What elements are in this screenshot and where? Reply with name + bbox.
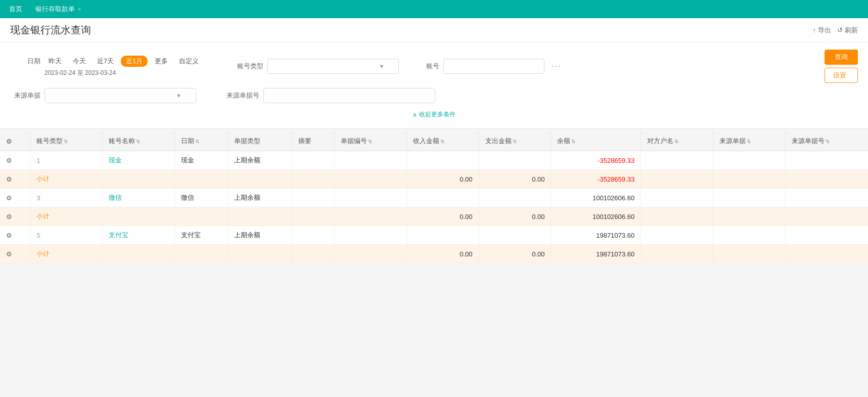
refresh-link[interactable]: ↺ 刷新 — [837, 26, 858, 35]
page-header: 现金银行流水查询 ↑ 导出 ↺ 刷新 — [0, 18, 868, 42]
cell-gear: ⚙ — [0, 151, 30, 170]
sort-icon: ⇅ — [747, 139, 751, 144]
more-dots-icon[interactable]: ··· — [552, 62, 561, 71]
account-input[interactable] — [443, 59, 544, 74]
account-type-label: 账号类型 — [233, 62, 263, 71]
close-icon[interactable]: × — [78, 6, 81, 12]
cell-expense: 0.00 — [479, 207, 551, 226]
table-col-doc_type: 单据类型 — [228, 131, 292, 151]
table-col-balance[interactable]: 余额⇅ — [551, 131, 641, 151]
settings-icon[interactable]: ⚙ — [6, 213, 12, 220]
date-option[interactable]: 昨天 — [44, 56, 66, 67]
cell-income: 0.00 — [406, 207, 479, 226]
cell-account_type: 3 — [30, 189, 103, 207]
cell-gear: ⚙ — [0, 226, 30, 245]
table-row: ⚙小计0.000.00-3528659.33 — [0, 170, 868, 189]
date-option[interactable]: 今天 — [69, 56, 90, 67]
cell-doc_no — [334, 226, 406, 245]
cell-date: 现金 — [175, 151, 228, 170]
cell-source_doc_no — [785, 151, 868, 170]
filter-area: 日期 昨天今天近7天近1月更多自定义 2023-02-24 至 2023-03-… — [0, 42, 868, 128]
table-row: ⚙1现金现金上期余额-3528659.33 — [0, 151, 868, 170]
settings-button[interactable]: 设置 — [825, 68, 858, 83]
collapse-bar[interactable]: ∧ 收起更多条件 — [10, 108, 858, 121]
cell-source_doc — [713, 207, 786, 226]
query-button[interactable]: 查询 — [825, 50, 858, 65]
settings-icon[interactable]: ⚙ — [6, 175, 12, 183]
table-row: ⚙小计0.000.00100102606.60 — [0, 207, 868, 226]
table-row: ⚙5支付宝支付宝上期余额19871073.60 — [0, 226, 868, 245]
table-col-source_doc[interactable]: 来源单据⇅ — [713, 131, 786, 151]
cell-income: 0.00 — [406, 170, 479, 189]
sort-icon: ⇅ — [64, 139, 68, 144]
row-num: 1 — [36, 157, 40, 164]
table-col-expense[interactable]: 支出金额⇅ — [479, 131, 551, 151]
cell-counterpart — [641, 245, 713, 263]
cell-doc_type: 上期余额 — [228, 151, 292, 170]
nav-tab-label: 银行存取款单 — [35, 5, 75, 14]
settings-icon[interactable]: ⚙ — [6, 157, 12, 164]
cell-summary — [292, 189, 334, 207]
sort-icon: ⇅ — [136, 139, 140, 144]
table-row: ⚙小计0.000.0019871073.60 — [0, 245, 868, 263]
export-link[interactable]: ↑ 导出 — [813, 26, 832, 35]
cell-income — [406, 226, 479, 245]
table-col-account_name[interactable]: 账号名称⇅ — [103, 131, 175, 151]
nav-home[interactable]: 首页 — [2, 0, 29, 18]
cell-account_type: 小计 — [30, 245, 103, 263]
table-col-account_type[interactable]: 账号类型⇅ — [30, 131, 103, 151]
cell-expense — [479, 151, 551, 170]
account-type-select[interactable]: ▼ — [267, 59, 399, 74]
table-col-source_doc_no[interactable]: 来源单据号⇅ — [785, 131, 868, 151]
date-range: 2023-02-24 至 2023-03-24 — [44, 69, 116, 76]
export-icon: ↑ — [813, 26, 816, 34]
cell-expense — [479, 226, 551, 245]
cell-doc_no — [334, 207, 406, 226]
date-filter-group: 日期 昨天今天近7天近1月更多自定义 2023-02-24 至 2023-03-… — [10, 56, 203, 77]
nav-tabs: 收款单×付款单×其他收入单×应收应付调整单×银行存取款单×预收冲应收单×收款核销… — [29, 0, 100, 18]
settings-icon[interactable]: ⚙ — [6, 194, 12, 202]
cell-balance: 19871073.60 — [551, 226, 641, 245]
cell-date — [175, 170, 228, 189]
cell-balance: -3528659.33 — [551, 151, 641, 170]
cell-date: 微信 — [175, 189, 228, 207]
nav-tab[interactable]: 银行存取款单× — [29, 0, 100, 18]
cell-counterpart — [641, 189, 713, 207]
table-col-counterpart[interactable]: 对方户名⇅ — [641, 131, 713, 151]
source-doc-label: 来源单据 — [10, 91, 40, 100]
table-col-income[interactable]: 收入金额⇅ — [406, 131, 479, 151]
table-col-doc_no[interactable]: 单据编号⇅ — [334, 131, 406, 151]
source-doc-select[interactable]: ▼ — [44, 88, 196, 103]
cell-doc_type — [228, 207, 292, 226]
settings-icon[interactable]: ⚙ — [6, 250, 12, 258]
cell-balance: 100102606.60 — [551, 207, 641, 226]
chevron-down-icon: ▼ — [379, 63, 385, 69]
cell-account_name — [103, 207, 175, 226]
cell-summary — [292, 207, 334, 226]
cell-account_type: 小计 — [30, 207, 103, 226]
date-option[interactable]: 自定义 — [175, 56, 203, 67]
cell-doc_no — [334, 170, 406, 189]
date-option[interactable]: 更多 — [151, 56, 172, 67]
refresh-icon: ↺ — [837, 26, 843, 34]
cell-source_doc — [713, 151, 786, 170]
cell-counterpart — [641, 151, 713, 170]
cell-income — [406, 189, 479, 207]
sort-icon: ⇅ — [195, 139, 199, 144]
cell-income: 0.00 — [406, 245, 479, 263]
date-option[interactable]: 近1月 — [121, 56, 148, 67]
cell-summary — [292, 226, 334, 245]
table-col-date[interactable]: 日期⇅ — [175, 131, 228, 151]
filter-row-1: 日期 昨天今天近7天近1月更多自定义 2023-02-24 至 2023-03-… — [10, 50, 858, 83]
cell-expense — [479, 189, 551, 207]
source-doc-num-label: 来源单据号 — [226, 91, 259, 100]
cell-balance: -3528659.33 — [551, 170, 641, 189]
settings-icon[interactable]: ⚙ — [6, 232, 12, 239]
chevron-down-icon-2: ▼ — [176, 93, 181, 99]
date-option[interactable]: 近7天 — [93, 56, 118, 67]
account-type-filter: 账号类型 ▼ — [233, 59, 399, 74]
cell-account_type: 小计 — [30, 170, 103, 189]
cell-date: 支付宝 — [175, 226, 228, 245]
source-doc-num-input[interactable] — [263, 88, 435, 103]
cell-source_doc — [713, 170, 786, 189]
